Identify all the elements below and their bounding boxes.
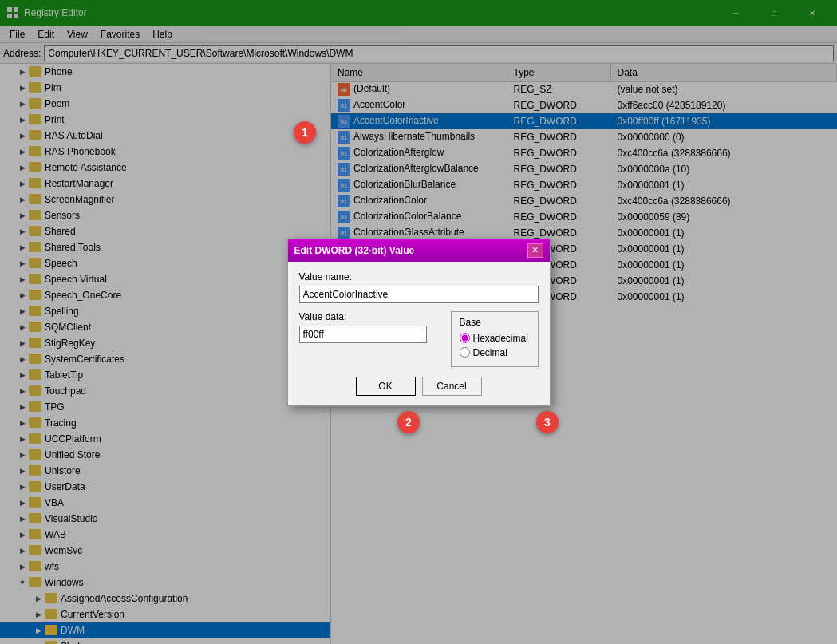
dialog-title-bar: Edit DWORD (32-bit) Value ✕ xyxy=(288,239,550,262)
base-group: Base Hexadecimal Decimal xyxy=(451,311,539,367)
value-data-label: Value data: xyxy=(299,311,441,322)
hexadecimal-option: Hexadecimal xyxy=(460,333,530,344)
dialog-body: Value name: Value data: Base Hexadecimal xyxy=(288,262,550,405)
dialog-row: Value data: Base Hexadecimal Decimal xyxy=(299,311,539,367)
decimal-option: Decimal xyxy=(460,347,530,358)
dec-label: Decimal xyxy=(473,347,507,358)
hex-label: Hexadecimal xyxy=(473,333,528,344)
cancel-button[interactable]: Cancel xyxy=(422,377,482,396)
base-label: Base xyxy=(460,317,530,328)
dialog-close-button[interactable]: ✕ xyxy=(527,243,543,258)
dialog-buttons: OK Cancel xyxy=(299,377,539,396)
dialog-title-text: Edit DWORD (32-bit) Value xyxy=(294,245,527,256)
value-data-input[interactable] xyxy=(299,326,427,343)
edit-dword-dialog: Edit DWORD (32-bit) Value ✕ Value name: … xyxy=(287,239,551,406)
modal-overlay: Edit DWORD (32-bit) Value ✕ Value name: … xyxy=(0,0,837,644)
value-data-section: Value data: xyxy=(299,311,441,343)
value-name-input[interactable] xyxy=(299,286,539,303)
hex-radio[interactable] xyxy=(460,333,470,343)
value-name-label: Value name: xyxy=(299,271,539,282)
dec-radio[interactable] xyxy=(460,347,470,358)
ok-button[interactable]: OK xyxy=(356,377,416,396)
